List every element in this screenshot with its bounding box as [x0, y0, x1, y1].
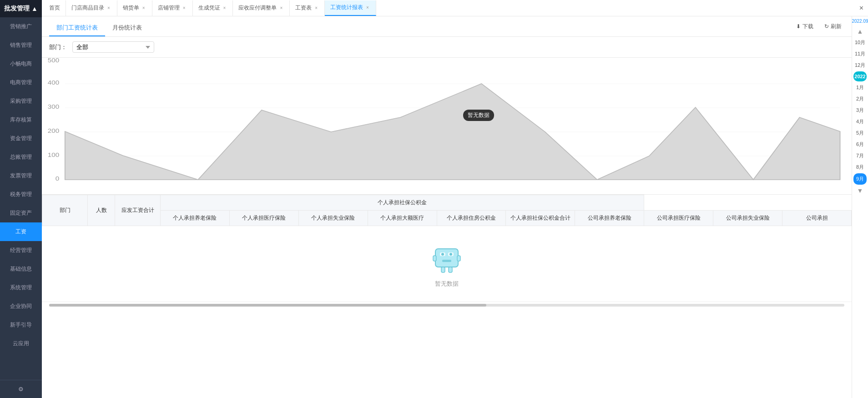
- date-item-8[interactable]: 5月: [852, 127, 868, 139]
- scroll-bar[interactable]: [42, 302, 852, 308]
- empty-icon-svg: [429, 240, 465, 276]
- date-item-9[interactable]: 6月: [852, 139, 868, 150]
- dept-filter-select[interactable]: 全部: [72, 41, 154, 53]
- sidebar-item-enterprise[interactable]: 企业协同: [0, 297, 42, 316]
- tab-production[interactable]: 生成凭证×: [193, 0, 233, 16]
- th-company-other: 公司承担: [782, 211, 852, 226]
- tab-label-production: 生成凭证: [198, 4, 220, 12]
- svg-text:500: 500: [48, 58, 60, 64]
- tab-close-payroll[interactable]: ×: [313, 5, 319, 11]
- th-personal-medical: 个人承担医疗保险: [229, 211, 298, 226]
- content-area: 部门工资统计表 月份统计表 ⬇ 下载 ↻ 刷新 部门：: [42, 16, 852, 398]
- tab-close-production[interactable]: ×: [222, 5, 227, 11]
- close-all-button[interactable]: ×: [857, 2, 866, 14]
- date-nav-down[interactable]: ▼: [855, 185, 865, 196]
- tab-month[interactable]: 月份统计表: [105, 20, 149, 36]
- sidebar-item-inventory[interactable]: 库存核算: [0, 111, 42, 129]
- tab-close-receivable[interactable]: ×: [278, 5, 284, 11]
- sidebar-nav: 营销推广销售管理小畅电商电商管理采购管理库存核算资金管理总账管理发票管理税务管理…: [0, 17, 42, 353]
- refresh-label: 刷新: [831, 23, 842, 30]
- tab-dept[interactable]: 部门工资统计表: [49, 20, 105, 36]
- refresh-icon: ↻: [824, 23, 829, 30]
- tab-label-payroll: 工资表: [295, 4, 312, 12]
- sidebar-item-accounting[interactable]: 总账管理: [0, 148, 42, 166]
- sidebar-title: 批发管理: [4, 5, 30, 13]
- settings-icon: ⚙: [18, 386, 24, 393]
- sidebar-item-marketing[interactable]: 营销推广: [0, 17, 42, 36]
- sidebar-item-base-info[interactable]: 基础信息: [0, 260, 42, 278]
- sidebar-toggle-icon: ▲: [31, 5, 38, 12]
- filter-bar: 部门： 全部: [42, 37, 852, 58]
- sidebar-item-system[interactable]: 系统管理: [0, 278, 42, 297]
- page-tab-list: 部门工资统计表 月份统计表: [49, 20, 149, 36]
- date-item-6[interactable]: 3月: [852, 105, 868, 116]
- tab-list: 首页门店商品目录×销货单×店铺管理×生成凭证×应收应付调整单×工资表×工资统计报…: [44, 0, 857, 16]
- svg-rect-15: [433, 256, 436, 261]
- date-item-5[interactable]: 2月: [852, 93, 868, 105]
- th-personal-unemployment: 个人承担失业保险: [298, 211, 368, 226]
- sidebar-item-invoice[interactable]: 发票管理: [0, 166, 42, 185]
- date-list: 10月11月12月20221月2月3月4月5月6月7月8月9月: [852, 37, 868, 185]
- sidebar-item-guide[interactable]: 新手引导: [0, 316, 42, 334]
- empty-text: 暂无数据: [435, 280, 459, 288]
- svg-point-19: [441, 253, 444, 256]
- tab-home[interactable]: 首页: [44, 0, 66, 16]
- th-count: 人数: [88, 195, 115, 226]
- tab-receivable[interactable]: 应收应付调整单×: [233, 0, 290, 16]
- svg-text:400: 400: [48, 80, 60, 86]
- data-table: 部门 人数 应发工资合计 个人承担社保公积金 个人承担养老保险 个人承担医疗保险…: [42, 195, 852, 226]
- sidebar-item-cloud[interactable]: 云应用: [0, 334, 42, 353]
- download-label: 下载: [802, 23, 813, 30]
- sidebar-item-salary[interactable]: 工资: [0, 222, 42, 241]
- svg-text:200: 200: [48, 128, 60, 134]
- th-personal-total: 个人承担社保公积金合计: [506, 211, 575, 226]
- svg-rect-17: [441, 267, 445, 272]
- tab-payroll-report[interactable]: 工资统计报表×: [325, 0, 376, 16]
- tab-sales-order[interactable]: 销货单×: [117, 0, 152, 16]
- date-item-7[interactable]: 4月: [852, 116, 868, 127]
- date-item-3[interactable]: 2022: [853, 71, 866, 81]
- svg-text:300: 300: [48, 104, 60, 110]
- tab-bar: 首页门店商品目录×销货单×店铺管理×生成凭证×应收应付调整单×工资表×工资统计报…: [42, 0, 868, 16]
- sidebar-item-finance[interactable]: 资金管理: [0, 129, 42, 148]
- scroll-bar-thumb: [49, 304, 486, 307]
- date-item-0[interactable]: 10月: [852, 37, 868, 48]
- sidebar-item-assets[interactable]: 固定资产: [0, 204, 42, 222]
- sidebar-item-operations[interactable]: 经营管理: [0, 241, 42, 260]
- tab-close-payroll-report[interactable]: ×: [365, 5, 370, 10]
- date-item-11[interactable]: 8月: [852, 161, 868, 173]
- refresh-button[interactable]: ↻ 刷新: [822, 21, 844, 32]
- th-dept: 部门: [42, 195, 88, 226]
- date-item-2[interactable]: 12月: [852, 60, 868, 71]
- download-button[interactable]: ⬇ 下载: [793, 21, 816, 32]
- tab-close-store-mgmt[interactable]: ×: [182, 5, 187, 11]
- sidebar-item-tax[interactable]: 税务管理: [0, 185, 42, 204]
- date-item-4[interactable]: 1月: [852, 82, 868, 93]
- date-item-12[interactable]: 9月: [853, 173, 866, 185]
- tab-payroll[interactable]: 工资表×: [290, 0, 325, 16]
- empty-state: 暂无数据: [415, 226, 479, 302]
- page-actions: ⬇ 下载 ↻ 刷新: [793, 21, 844, 36]
- tab-label-payroll-report: 工资统计报表: [330, 4, 363, 11]
- chart-polygon: [65, 84, 840, 180]
- tab-store-mgmt[interactable]: 店铺管理×: [152, 0, 193, 16]
- sidebar-item-ecommerce-small[interactable]: 小畅电商: [0, 55, 42, 73]
- sidebar-item-ecommerce[interactable]: 电商管理: [0, 73, 42, 92]
- sidebar-item-sales[interactable]: 销售管理: [0, 36, 42, 55]
- date-item-10[interactable]: 7月: [852, 150, 868, 161]
- dept-filter-label: 部门：: [49, 43, 67, 51]
- th-personal-social: 个人承担社保公积金: [161, 195, 644, 211]
- tab-label-home: 首页: [49, 4, 60, 12]
- sidebar-settings[interactable]: ⚙: [0, 380, 42, 398]
- tab-store-catalog[interactable]: 门店商品目录×: [66, 0, 117, 16]
- tab-close-sales-order[interactable]: ×: [141, 5, 146, 11]
- date-header: 2022.09: [852, 16, 868, 26]
- tab-close-store-catalog[interactable]: ×: [106, 5, 111, 11]
- page-header: 部门工资统计表 月份统计表 ⬇ 下载 ↻ 刷新: [42, 16, 852, 37]
- date-nav-up[interactable]: ▲: [855, 26, 865, 37]
- right-date-sidebar: 2022.09 ▲ 10月11月12月20221月2月3月4月5月6月7月8月9…: [852, 16, 868, 398]
- sidebar-header[interactable]: 批发管理 ▲: [0, 0, 42, 17]
- date-item-1[interactable]: 11月: [852, 48, 868, 60]
- sidebar-item-purchase[interactable]: 采购管理: [0, 92, 42, 111]
- th-total-salary: 应发工资合计: [115, 195, 161, 226]
